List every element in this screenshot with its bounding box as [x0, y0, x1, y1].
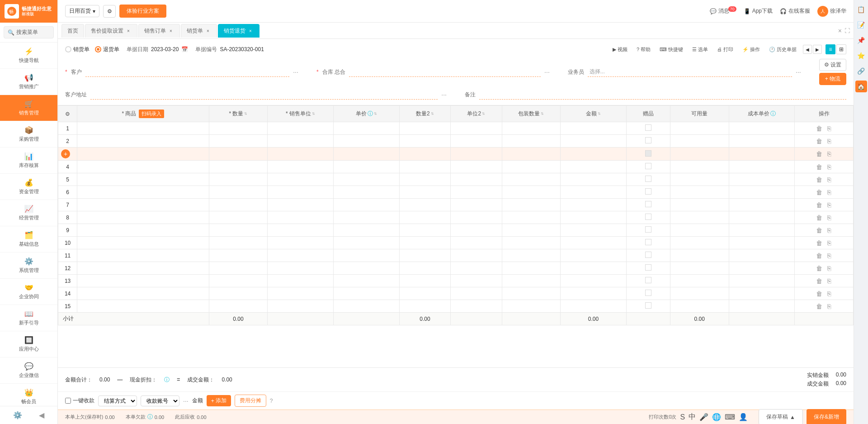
cost-info-icon[interactable]: ⓘ — [770, 110, 776, 118]
unit-cell-2[interactable] — [268, 135, 334, 148]
delete-row-1[interactable]: 🗑 — [815, 124, 823, 133]
amount-cell-3[interactable] — [561, 148, 627, 161]
prev-arrow[interactable]: ◀ — [803, 45, 812, 54]
qty2-cell-2[interactable] — [399, 135, 450, 148]
gift-checkbox[interactable] — [645, 277, 651, 283]
delete-row[interactable]: 🗑 — [815, 188, 823, 196]
sidebar-item-wechat[interactable]: 💬 企业微信 — [0, 357, 57, 384]
delete-row[interactable]: 🗑 — [815, 163, 823, 171]
tab-sales-order[interactable]: 销售订单 × — [138, 24, 180, 38]
sidebar-item-marketing[interactable]: 📢 营销推广 — [0, 69, 57, 95]
price-cell-1[interactable] — [333, 122, 399, 135]
sidebar-item-sales[interactable]: 🛒 销售管理 — [0, 95, 57, 121]
gift-checkbox-3[interactable] — [645, 150, 651, 157]
qty-cell-1[interactable] — [209, 122, 268, 135]
split-cost-button[interactable]: 费用分摊 — [235, 395, 266, 407]
settings-button[interactable]: ⚙ — [103, 5, 116, 18]
price-cell-3[interactable] — [333, 148, 399, 161]
quick-pay-check[interactable] — [65, 398, 71, 404]
tool-icon-1[interactable]: S — [680, 413, 685, 421]
app-download-button[interactable]: 📱 App下载 — [744, 7, 773, 15]
copy-row[interactable]: ⎘ — [825, 290, 833, 298]
right-panel-icon-1[interactable]: 📋 — [855, 4, 867, 15]
address-input[interactable] — [90, 90, 438, 100]
tool-icon-4[interactable]: 🌐 — [712, 413, 721, 421]
copy-row[interactable]: ⎘ — [825, 226, 833, 234]
logistics-button[interactable]: + 物流 — [819, 73, 846, 85]
price-info-icon[interactable]: ⓘ — [368, 110, 373, 118]
gift-cell-3[interactable] — [626, 148, 670, 161]
return-radio[interactable]: 退货单 — [95, 46, 119, 53]
sidebar-item-inventory[interactable]: 📊 库存核算 — [0, 148, 57, 174]
add-payment-button[interactable]: + 添加 — [207, 395, 231, 406]
save-draft-button[interactable]: 保存草稿 ▲ — [759, 409, 803, 424]
gift-cell-2[interactable] — [626, 135, 670, 148]
qty-cell-3[interactable] — [209, 148, 268, 161]
discount-info-icon[interactable]: ⓘ — [164, 376, 170, 384]
gift-checkbox[interactable] — [645, 252, 651, 258]
price-cell-2[interactable] — [333, 135, 399, 148]
gift-checkbox[interactable] — [645, 214, 651, 220]
sidebar-item-member[interactable]: 👑 畅会员 — [0, 384, 57, 406]
delete-row[interactable]: 🗑 — [815, 290, 823, 298]
sidebar-item-operations[interactable]: 📈 经营管理 — [0, 200, 57, 226]
tool-icon-2[interactable]: 中 — [689, 412, 696, 422]
tab-close-sales-order[interactable]: × — [168, 28, 174, 34]
search-menu-button[interactable]: 🔍 搜索菜单 — [4, 26, 54, 38]
delete-row[interactable]: 🗑 — [815, 226, 823, 234]
cost-cell-2[interactable] — [729, 135, 795, 148]
unit-cell-3[interactable] — [268, 148, 334, 161]
sale-radio[interactable]: 销货单 — [65, 46, 90, 53]
experience-button[interactable]: 体验行业方案 — [119, 5, 166, 18]
amount-cell-1[interactable] — [561, 122, 627, 135]
delete-row[interactable]: 🗑 — [815, 239, 823, 247]
print-btn[interactable]: 🖨 打印 — [714, 45, 736, 54]
setup-button[interactable]: ⚙ 设置 — [819, 59, 846, 71]
pkg-cell-2[interactable] — [502, 135, 561, 148]
copy-row[interactable]: ⎘ — [825, 201, 833, 209]
sidebar-item-system[interactable]: ⚙️ 系统管理 — [0, 252, 57, 279]
staff-input[interactable]: 选择... — [588, 67, 792, 77]
close-all-tabs[interactable]: × — [838, 27, 842, 34]
sidebar-item-shortcut[interactable]: ⚡ 快捷导航 — [0, 43, 57, 69]
remark-input[interactable] — [479, 90, 846, 100]
copy-row[interactable]: ⎘ — [825, 239, 833, 247]
barcode-scan-button[interactable]: 扫码录入 — [139, 110, 164, 118]
delete-row[interactable]: 🗑 — [815, 201, 823, 209]
tool-icon-6[interactable]: 👤 — [739, 413, 748, 421]
unit2-cell-3[interactable] — [451, 148, 502, 161]
product-cell-1[interactable] — [77, 122, 209, 135]
maximize-tab[interactable]: ⛶ — [844, 28, 850, 34]
shortcuts-btn[interactable]: ⌨ 快捷键 — [657, 45, 686, 54]
warehouse-picker[interactable]: ··· — [544, 68, 550, 76]
delete-row[interactable]: 🗑 — [815, 264, 823, 272]
history-btn[interactable]: 🕐 历史单据 — [766, 45, 799, 54]
sidebar-item-newbie[interactable]: 📖 新手引导 — [0, 305, 57, 331]
help-btn[interactable]: ? 帮助 — [634, 45, 653, 54]
product-input-3[interactable] — [80, 151, 206, 157]
customer-picker[interactable]: ··· — [293, 68, 298, 76]
sidebar-item-apps[interactable]: 🔲 应用中心 — [0, 331, 57, 357]
amount-cell-2[interactable] — [561, 135, 627, 148]
unit2-cell-2[interactable] — [451, 135, 502, 148]
right-panel-icon-3[interactable]: 📌 — [855, 34, 867, 46]
right-panel-icon-4[interactable]: ⭐ — [855, 50, 867, 62]
gift-cell-1[interactable] — [626, 122, 670, 135]
pkg-cell-1[interactable] — [502, 122, 561, 135]
unit2-cell-1[interactable] — [451, 122, 502, 135]
delete-row[interactable]: 🗑 — [815, 302, 823, 310]
tab-sales-delivery[interactable]: 销货单 × — [181, 24, 217, 38]
delete-row-2[interactable]: 🗑 — [815, 137, 823, 145]
copy-row[interactable]: ⎘ — [825, 163, 833, 171]
debit-info-icon[interactable]: ⓘ — [147, 413, 153, 421]
grid-view-btn[interactable]: ⊞ — [836, 44, 846, 54]
th-settings[interactable]: ⚙ — [58, 106, 77, 122]
pay-account-select[interactable]: 收款账号 — [141, 395, 179, 406]
gift-checkbox[interactable] — [645, 176, 651, 182]
sidebar-item-purchase[interactable]: 📦 采购管理 — [0, 121, 57, 148]
gift-checkbox[interactable] — [645, 163, 651, 169]
copy-row[interactable]: ⎘ — [825, 188, 833, 196]
account-method-select[interactable]: 结算方式 — [98, 395, 137, 406]
select-btn[interactable]: ☰ 选单 — [689, 45, 711, 54]
copy-row[interactable]: ⎘ — [825, 277, 833, 285]
